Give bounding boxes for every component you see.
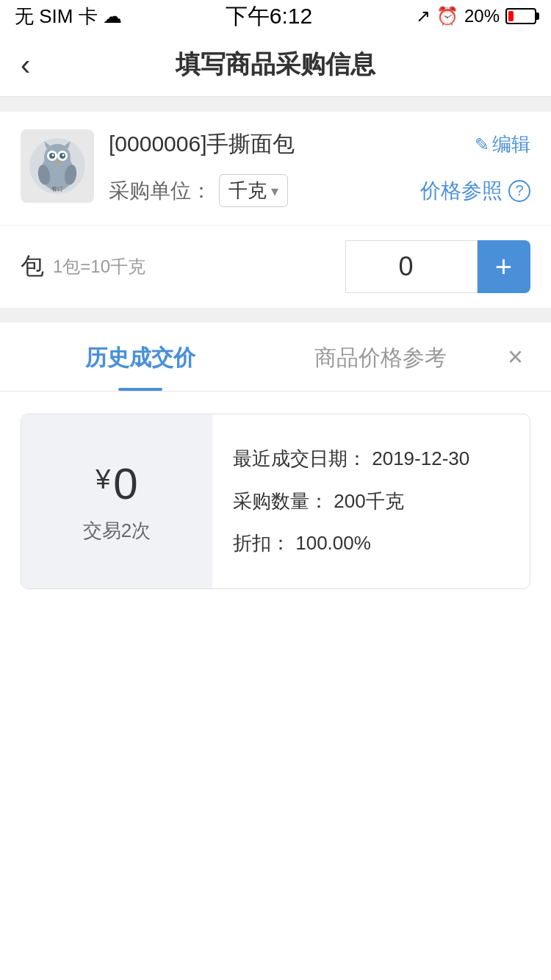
unit-dropdown[interactable]: 千克 ▾ xyxy=(219,174,288,207)
last-trade-date-row: 最近成交日期： 2019-12-30 xyxy=(233,444,509,475)
tab-history-price[interactable]: 历史成交价 xyxy=(21,323,260,391)
price-ref-info-icon: ? xyxy=(508,180,530,202)
battery-percent: 20% xyxy=(464,6,500,26)
empty-space xyxy=(0,611,551,980)
transaction-details: 最近成交日期： 2019-12-30 采购数量： 200千克 折扣： 100.0… xyxy=(212,414,530,588)
purchase-quantity-value: 200千克 xyxy=(334,490,403,512)
edit-label: 编辑 xyxy=(492,131,530,157)
svg-text:餐订: 餐订 xyxy=(51,186,63,192)
price-number: 0 xyxy=(113,458,137,509)
purchase-quantity-row: 采购数量： 200千克 xyxy=(233,486,509,517)
battery-icon xyxy=(505,8,536,24)
transaction-price-panel: ¥ 0 交易2次 xyxy=(21,414,212,588)
quantity-label: 包 1包=10千克 xyxy=(21,251,145,283)
no-sim-text: 无 SIM 卡 ☁ xyxy=(15,4,122,29)
discount-label: 折扣： xyxy=(233,532,290,554)
purchase-quantity-label: 采购数量： xyxy=(233,490,328,512)
quantity-input[interactable] xyxy=(345,240,478,293)
transaction-card: ¥ 0 交易2次 最近成交日期： 2019-12-30 采购数量： 200千克 … xyxy=(21,414,530,589)
product-card: 餐订 [0000006]手撕面包 ✎ 编辑 采购单位： 千克 ▾ xyxy=(0,112,551,225)
tab-bar: 历史成交价 商品价格参考 × xyxy=(0,323,551,392)
last-trade-date-label: 最近成交日期： xyxy=(233,447,367,469)
price-reference-button[interactable]: 价格参照 ? xyxy=(420,177,530,205)
product-thumbnail: 餐订 xyxy=(21,129,94,203)
location-icon: ↗ xyxy=(416,6,431,26)
product-header: 餐订 [0000006]手撕面包 ✎ 编辑 采购单位： 千克 ▾ xyxy=(21,129,530,207)
product-unit-row: 采购单位： 千克 ▾ 价格参照 ? xyxy=(109,174,530,207)
product-title-row: [0000006]手撕面包 ✎ 编辑 xyxy=(109,129,530,159)
nav-bar: ‹ 填写商品采购信息 xyxy=(0,32,551,97)
edit-button[interactable]: ✎ 编辑 xyxy=(475,131,530,157)
tab-close-button[interactable]: × xyxy=(500,327,530,387)
price-ref-label: 价格参照 xyxy=(420,177,503,205)
transaction-count: 交易2次 xyxy=(83,518,151,544)
unit-label: 采购单位： 千克 ▾ xyxy=(109,174,288,207)
product-info: [0000006]手撕面包 ✎ 编辑 采购单位： 千克 ▾ 价格参照 ? xyxy=(109,129,530,207)
dropdown-arrow-icon: ▾ xyxy=(271,182,278,200)
discount-row: 折扣： 100.00% xyxy=(233,528,509,559)
quantity-plus-button[interactable]: + xyxy=(478,240,530,293)
quantity-convert: 1包=10千克 xyxy=(53,255,145,278)
tab-price-reference[interactable]: 商品价格参考 xyxy=(260,323,500,391)
status-time: 下午6:12 xyxy=(226,1,312,32)
price-currency-symbol: ¥ xyxy=(96,464,110,495)
alarm-icon: ⏰ xyxy=(436,6,458,26)
status-right: ↗ ⏰ 20% xyxy=(416,6,536,26)
unit-text: 采购单位： xyxy=(109,177,212,205)
status-left: 无 SIM 卡 ☁ xyxy=(15,4,122,29)
tab-section: 历史成交价 商品价格参考 × ¥ 0 交易2次 最近成交日期： 2019-12-… xyxy=(0,323,551,980)
unit-value: 千克 xyxy=(228,178,267,203)
quantity-controls: + xyxy=(345,240,530,293)
page-title: 填写商品采购信息 xyxy=(176,48,375,82)
transaction-price: ¥ 0 xyxy=(96,458,137,509)
svg-point-8 xyxy=(62,154,65,156)
edit-icon: ✎ xyxy=(475,134,489,155)
status-bar: 无 SIM 卡 ☁ 下午6:12 ↗ ⏰ 20% xyxy=(0,0,551,32)
last-trade-date-value: 2019-12-30 xyxy=(372,447,469,469)
svg-point-7 xyxy=(52,154,54,156)
product-thumb-svg: 餐订 xyxy=(28,137,87,195)
discount-value: 100.00% xyxy=(295,532,371,554)
back-button[interactable]: ‹ xyxy=(21,48,30,81)
product-name: [0000006]手撕面包 xyxy=(109,129,295,159)
quantity-unit: 包 xyxy=(21,251,44,283)
separator-top xyxy=(0,97,551,112)
quantity-row: 包 1包=10千克 + xyxy=(0,225,551,308)
